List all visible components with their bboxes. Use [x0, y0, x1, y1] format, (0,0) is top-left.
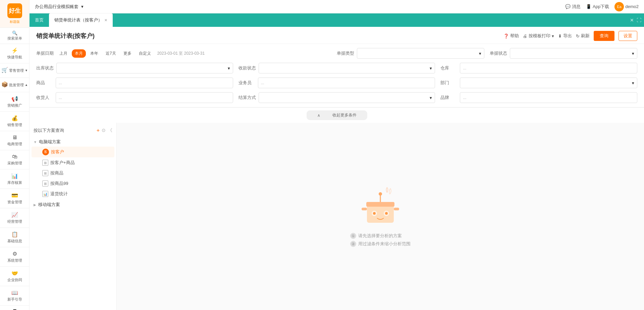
by-goods-99-icon: ⊞: [42, 180, 48, 187]
order-status-label: 单据状态: [490, 50, 507, 56]
tab-sales-stats[interactable]: 销货单统计表（按客户） ✕: [49, 13, 113, 27]
scheme-item-by-customer-goods[interactable]: ⊞ 按客户+商品: [32, 158, 114, 168]
filter-row-2: 出库状态 ▾ 收款状态 ▾ 仓库 ...: [36, 63, 637, 73]
retail-icon: 🛒: [1, 67, 8, 73]
wholesale-label: 批发管理: [9, 83, 24, 88]
sidebar-item-base-info[interactable]: 📋 基础信息: [0, 228, 29, 247]
date-btn-last-month[interactable]: 上月: [56, 49, 70, 58]
tab-close-icon[interactable]: ✕: [104, 18, 107, 22]
sidebar-item-ecommerce[interactable]: 🖥 电商管理: [0, 131, 29, 150]
return-stats-icon: 📊: [42, 191, 48, 197]
sales-label: 销售管理: [7, 122, 22, 127]
purchase-icon: 🛍: [12, 154, 17, 160]
by-customer-label: 按客户: [51, 149, 64, 155]
scheme-edit-icon[interactable]: ⊙: [102, 127, 106, 134]
message-button[interactable]: 💬 消息: [565, 4, 581, 10]
goods-input[interactable]: ...: [56, 78, 233, 88]
help-button[interactable]: ❓ 帮助: [503, 33, 519, 39]
settings-button[interactable]: 设置: [619, 31, 637, 41]
app-download-button[interactable]: 📱 App下载: [586, 4, 609, 10]
mobile-group-label: 移动端方案: [38, 202, 60, 208]
close-window-icon[interactable]: ✕: [630, 17, 634, 23]
export-label: 导出: [563, 33, 572, 39]
dept-label: 部门: [440, 80, 457, 86]
print-button[interactable]: 🖨 按模板打印 ▾: [523, 33, 554, 39]
scheme-item-return-stats[interactable]: 📊 退货统计: [32, 189, 114, 199]
export-icon: ⬇: [558, 34, 562, 39]
dept-input[interactable]: ▾: [460, 78, 637, 88]
sidebar-item-system[interactable]: ⚙ 系统管理: [0, 247, 29, 267]
scheme-item-by-goods-99[interactable]: ⊞ 按商品99: [32, 178, 114, 189]
maximize-icon[interactable]: ⛶: [637, 17, 641, 23]
sidebar-item-retail[interactable]: 🛒 零售管理 ▼: [0, 63, 29, 78]
sidebar-item-purchase[interactable]: 🛍 采购管理: [0, 150, 29, 169]
sidebar-item-finance[interactable]: 💳 资金管理: [0, 189, 29, 208]
warehouse-input[interactable]: ...: [460, 63, 637, 73]
query-button[interactable]: 查询: [594, 31, 614, 41]
scheme-item-by-customer[interactable]: 客 按客户: [32, 147, 114, 157]
sidebar-item-quick-nav[interactable]: ⚡ 快捷导航: [0, 44, 29, 63]
date-btn-more[interactable]: 更多: [120, 49, 135, 58]
sidebar-item-new-guide[interactable]: 📖 新手引导: [0, 286, 29, 306]
new-guide-icon: 📖: [11, 290, 18, 296]
filter-settlement: 结算方式 ▾: [238, 92, 435, 103]
svg-point-5: [385, 212, 388, 215]
tab-home[interactable]: 首页: [30, 13, 49, 27]
recipient-label: 收货人: [36, 95, 53, 101]
sidebar-item-inventory[interactable]: 📊 库存核算: [0, 169, 29, 189]
collapse-button[interactable]: ∧ 收起更多条件: [30, 107, 644, 123]
scheme-group-desktop-header[interactable]: ▼ 电脑端方案: [30, 138, 116, 146]
filter-brand: 品牌 ...: [440, 92, 637, 103]
date-btn-7days[interactable]: 近7天: [103, 49, 119, 58]
sidebar-item-marketing[interactable]: 📢 营销推广: [0, 92, 29, 112]
purchase-label: 采购管理: [7, 161, 22, 166]
mobile-group-caret: ▶: [34, 203, 36, 207]
breadcrumb-arrow: ▾: [81, 4, 84, 9]
export-button[interactable]: ⬇ 导出: [558, 33, 572, 39]
logo-subtitle: 标题版: [10, 19, 20, 24]
brand-label: 品牌: [440, 95, 457, 101]
marketing-icon: 📢: [11, 96, 18, 102]
inventory-icon: 📊: [11, 173, 18, 179]
svg-rect-0: [367, 204, 394, 223]
stock-status-chevron: ▾: [228, 66, 230, 71]
filter-salesperson: 业务员 ...: [238, 78, 435, 88]
user-name: demo2: [625, 4, 639, 9]
date-btn-this-year[interactable]: 本年: [87, 49, 101, 58]
scheme-collapse-icon[interactable]: 《: [108, 127, 112, 134]
sidebar-item-operations[interactable]: 📈 经营管理: [0, 208, 29, 228]
order-status-chevron: ▾: [632, 51, 634, 56]
scheme-add-icon[interactable]: +: [97, 127, 100, 134]
hint-num-1: ①: [350, 233, 356, 239]
dept-chevron: ▾: [632, 81, 634, 86]
page-title: 销货单统计表(按客户): [36, 32, 95, 40]
order-type-input[interactable]: ▾: [357, 48, 484, 59]
sidebar-item-sales[interactable]: 💰 销售管理: [0, 112, 29, 131]
date-btn-custom[interactable]: 自定义: [136, 49, 154, 58]
tab-maximize-area: ✕ ⛶: [630, 17, 641, 23]
sidebar-item-app-center[interactable]: 📱 应用中心: [0, 306, 29, 310]
scheme-group-mobile-header[interactable]: ▶ 移动端方案: [30, 200, 116, 209]
salesperson-label: 业务员: [238, 80, 255, 86]
order-status-input[interactable]: ▾: [510, 48, 637, 59]
salesperson-input[interactable]: ...: [258, 78, 435, 88]
hint-text-1: 请先选择要分析的方案: [358, 233, 402, 239]
refresh-button[interactable]: ↻ 刷新: [576, 33, 590, 39]
filter-area: 单据日期 上月 本月 本年 近7天 更多 自定义 2023-03-01 至 20…: [30, 44, 644, 107]
user-profile-button[interactable]: Ea demo2: [614, 2, 639, 11]
sidebar-item-wholesale[interactable]: 📦 批发管理 ▲: [0, 78, 29, 92]
scheme-panel: 按以下方案查询 + ⊙ 《 ▼ 电脑端方案 客 按客户: [30, 123, 117, 310]
date-btn-this-month[interactable]: 本月: [72, 49, 86, 58]
filter-warehouse: 仓库 ...: [440, 63, 637, 73]
sidebar-item-search[interactable]: 🔍 搜索菜单: [0, 28, 29, 44]
filter-order-status: 单据状态 ▾: [490, 48, 637, 59]
stock-status-input[interactable]: ▾: [56, 63, 233, 73]
settlement-input[interactable]: ▾: [259, 92, 435, 103]
svg-point-7: [379, 192, 382, 196]
payment-status-input[interactable]: ▾: [259, 63, 435, 73]
scheme-item-by-goods[interactable]: ⊞ 按商品: [32, 168, 114, 178]
recipient-input[interactable]: ...: [56, 92, 233, 103]
sidebar-item-enterprise[interactable]: 🤝 企业协同: [0, 267, 29, 286]
order-type-label: 单据类型: [337, 50, 354, 56]
brand-input[interactable]: ...: [460, 92, 637, 103]
